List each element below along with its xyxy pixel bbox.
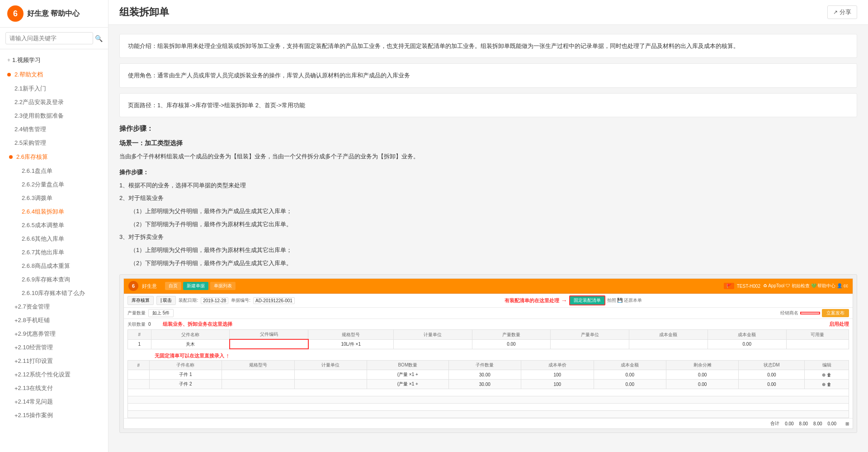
sub-cell-ca-1: 0.00 xyxy=(594,370,666,380)
col-cost-amt: 成本金额 xyxy=(629,330,708,340)
sidebar-item-online-pay[interactable]: + 2.13在线支付 xyxy=(0,381,108,395)
step1-text: 1、根据不同的业务，选择不同单据的类型来处理 xyxy=(119,180,857,191)
sub-cell-qty-2: 30.00 xyxy=(448,380,521,389)
step2-sub1-text: （1）上部明细为父件明细，最终作为产成品生成其它入库单； xyxy=(130,206,857,217)
sidebar-item-goods-cost[interactable]: 2.6.8商品成本重算 xyxy=(0,259,108,273)
sub-cell-unit-2 xyxy=(294,380,367,389)
col-parent-code: 父件编码 xyxy=(230,330,308,340)
sub-table-row-4 xyxy=(128,396,849,404)
sub-col-bom: BOM数量 xyxy=(367,361,449,370)
logo-icon: 6 xyxy=(7,5,24,22)
operation-steps-title: 操作步骤： xyxy=(119,124,857,133)
function-intro-text: 功能介绍：组装拆卸单用来处理企业组装或拆卸等加工业务，支持有固定装配清单的产品加… xyxy=(128,43,739,49)
sidebar-item-faq[interactable]: + 2.14常见问题 xyxy=(0,395,108,409)
sidebar-item-other-out[interactable]: 2.6.7其他出库单 xyxy=(0,246,108,259)
sidebar-item-inventory[interactable]: 2.6库存核算 xyxy=(0,150,108,164)
annotation-text-5: 无固定清单可以在这里直接录入 xyxy=(155,352,224,359)
app-new-btn[interactable]: 库存核算 xyxy=(127,296,154,305)
sub-cell-spec-2 xyxy=(222,380,294,389)
sidebar-item-assembly[interactable]: 2.6.4组装拆卸单 xyxy=(0,205,108,219)
app-footer: 合计 0.00 8.00 8.00 0.00 ⊞ xyxy=(124,418,853,428)
sub-cell-spec-1 xyxy=(222,370,294,380)
app-topbar-right: 🚩 TEST-H002 ♻ AppTool 🛡 初始检查 💚 帮助中心 👤 cc xyxy=(239,283,848,289)
sidebar-item-newbie[interactable]: 2.1新手入门 xyxy=(0,82,108,95)
app-field-dept xyxy=(800,312,820,314)
sidebar-item-print[interactable]: + 2.11打印设置 xyxy=(0,354,108,368)
sidebar-item-operations[interactable]: + 2.10经营管理 xyxy=(0,341,108,354)
app-type-val: 0 xyxy=(148,322,151,327)
screenshot-container: 6 好生意 自页 新建单据 单据列表 🚩 TEST-H002 ♻ AppTool… xyxy=(119,274,857,433)
sub-table-row-5 xyxy=(128,404,849,411)
page-title: 组装拆卸单 xyxy=(119,5,169,19)
app-type-label: 关联数量 xyxy=(127,321,146,328)
sidebar-item-split-stock[interactable]: 2.6.2分量盘点单 xyxy=(0,178,108,191)
sub-table-row-3 xyxy=(128,389,849,396)
sub-col-edit: 编辑 xyxy=(805,361,849,370)
sub-cell-num-1 xyxy=(128,370,150,380)
sidebar-item-purchase[interactable]: 2.5采购管理 xyxy=(0,136,108,150)
sidebar-item-stocktake[interactable]: 2.6.1盘点单 xyxy=(0,164,108,178)
app-topbar-extras: ♻ AppTool 🛡 初始检查 💚 帮助中心 👤 cc xyxy=(763,283,848,289)
sidebar-item-sales[interactable]: 2.4销售管理 xyxy=(0,123,108,136)
share-button[interactable]: ↗ 分享 xyxy=(827,5,857,19)
search-button[interactable]: 🔍 xyxy=(95,35,103,42)
role-intro-block: 使用角色：通常由生产人员或库管人员完成拆装业务的操作，库管人员确认原材料的出库和… xyxy=(119,63,857,87)
sub-col-status: 状态DM xyxy=(739,361,805,370)
app-nav-bar: 库存核算 | 双击 装配日期: 2019-12-28 单据编号: AD-2019… xyxy=(124,294,853,308)
sidebar-item-coupon[interactable]: + 2.9优惠券管理 xyxy=(0,327,108,341)
annotation-arrow-5: ↑ xyxy=(226,352,229,359)
col-num: # xyxy=(128,330,151,340)
app-fixed-list-btn[interactable]: 固定装配清单 xyxy=(569,295,605,305)
sidebar-item-mobile[interactable]: + 2.8手机旺铺 xyxy=(0,314,108,327)
col-qty: 产量数量 xyxy=(472,330,551,340)
sidebar-item-stock-check[interactable]: 2.6.9库存账本查询 xyxy=(0,273,108,286)
app-save-btn[interactable]: | 双击 xyxy=(156,296,176,305)
path-intro-block: 页面路径：1、库存核算->库存管理->组装拆卸单 2、首页->常用功能 xyxy=(119,93,857,117)
sub-cell-empty-5 xyxy=(128,404,849,411)
app-second-toolbar: 产量数量 如上 5件 经销商名 立案发布 xyxy=(124,308,853,319)
app-tab-self: 自页 xyxy=(165,282,181,290)
sidebar-item-settings[interactable]: + 2.12系统个性化设置 xyxy=(0,368,108,381)
search-input[interactable] xyxy=(5,32,93,44)
col-prod-unit: 产量单位 xyxy=(551,330,629,340)
footer-val-1: 0.00 xyxy=(785,421,793,426)
search-box: 🔍 xyxy=(0,28,108,49)
app-sub-tools: 经销商名 立案发布 xyxy=(176,309,849,317)
sidebar-item-data-prep[interactable]: 2.3使用前数据准备 xyxy=(0,109,108,123)
sidebar-item-video[interactable]: + 1.视频学习 xyxy=(0,53,108,67)
sub-cell-edit-2: ⊕ 🗑 xyxy=(805,380,849,389)
sidebar-item-other-in[interactable]: 2.6.6其他入库单 xyxy=(0,232,108,246)
content-area: 功能介绍：组装拆卸单用来处理企业组装或拆卸等加工业务，支持有固定装配清单的产品加… xyxy=(108,25,868,452)
open-dot-icon xyxy=(7,73,11,76)
sub-cell-empty-4 xyxy=(128,396,849,404)
annotation-arrow-1: → xyxy=(561,297,567,304)
role-intro-text: 使用角色：通常由生产人员或库管人员完成拆装业务的操作，库管人员确认原材料的出库和… xyxy=(128,72,410,79)
sidebar-item-cost-adjust[interactable]: 2.6.5成本调整单 xyxy=(0,219,108,232)
open-dot-icon-2 xyxy=(9,155,13,159)
step3-sub1-text: （1）上部明细为父件明细，最终作为原材料生成其它出库单； xyxy=(130,245,857,256)
sub-col-spec: 规格型号 xyxy=(222,361,294,370)
sub-table-row-1: 子件 1 (产量 ×1 + 30.00 100 0.00 0.00 0.00 ⊕… xyxy=(128,370,849,380)
sidebar-item-finance[interactable]: + 2.7资金管理 xyxy=(0,300,108,314)
sub-cell-name-1: 子件 1 xyxy=(149,370,222,380)
sidebar-item-adjust[interactable]: 2.6.3调拨单 xyxy=(0,191,108,205)
app-sub-count-label: 产量数量 xyxy=(127,310,146,316)
sidebar-item-cases[interactable]: + 2.15操作案例 xyxy=(0,409,108,422)
sub-table-row-6 xyxy=(128,411,849,418)
annotation-text-4: 启用处理 xyxy=(829,321,849,328)
step2-text: 2、对于组装业务 xyxy=(119,193,857,204)
path-intro-text: 页面路径：1、库存核算->库存管理->组装拆卸单 2、首页->常用功能 xyxy=(128,102,305,109)
app-sub-table: # 子件名称 规格型号 计量单位 BOM数量 子件数量 成本单价 成本金额 剩余… xyxy=(127,360,849,418)
col-unit: 计量单位 xyxy=(393,330,472,340)
function-intro-block: 功能介绍：组装拆卸单用来处理企业组装或拆卸等加工业务，支持有固定装配清单的产品加… xyxy=(119,34,857,58)
sidebar-item-stock-error[interactable]: 2.6.10库存账本错了么办 xyxy=(0,286,108,300)
app-screenshot: 6 好生意 自页 新建单据 单据列表 🚩 TEST-H002 ♻ AppTool… xyxy=(123,278,853,429)
cell-prod-unit xyxy=(551,339,629,349)
sidebar-item-install[interactable]: 2.2产品安装及登录 xyxy=(0,95,108,109)
step3-sub2-text: （2）下部明细为子件明细，最终作为产成品生成其它入库单。 xyxy=(130,258,857,269)
step2-sub2-text: （2）下部明细为子件明细，最终作为原材料生成其它出库单。 xyxy=(130,219,857,230)
sidebar-item-help-docs[interactable]: 2.帮助文档 xyxy=(0,67,108,82)
sub-cell-name-2: 子件 2 xyxy=(149,380,222,389)
sub-col-num: # xyxy=(128,361,150,370)
app-process-btn[interactable]: 立案发布 xyxy=(822,309,849,317)
